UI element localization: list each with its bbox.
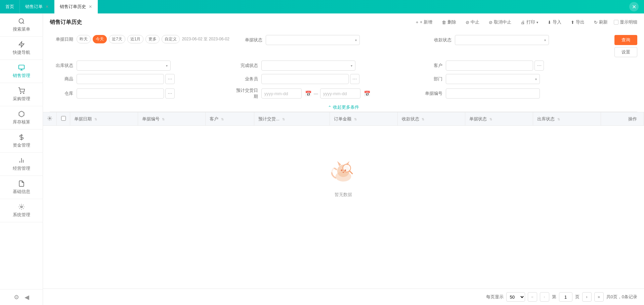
window-close-button[interactable]: ✕ <box>629 2 639 11</box>
svg-rect-3 <box>18 65 24 69</box>
sidebar-item-purchase-mgmt[interactable]: 采购管理 <box>0 83 43 106</box>
prev-page-button[interactable]: ‹ <box>540 292 549 302</box>
tab-sales-order[interactable]: 销售订单 ✕ <box>20 0 54 13</box>
department-select[interactable]: ▾ <box>446 74 540 84</box>
svg-point-21 <box>345 169 346 171</box>
basic-info-icon <box>18 180 25 187</box>
svg-point-6 <box>20 93 21 94</box>
empty-text: 暂无数据 <box>335 192 352 198</box>
svg-point-12 <box>20 206 22 208</box>
col-number[interactable]: 单据编号 ⇅ <box>138 112 206 126</box>
sidebar-item-fund-mgmt[interactable]: 资金管理 <box>0 129 43 153</box>
sidebar-item-search-menu[interactable]: 搜索菜单 <box>0 13 43 37</box>
sidebar-item-system-mgmt[interactable]: 系统管理 <box>0 199 43 222</box>
col-date[interactable]: 单据日期 ⇅ <box>70 112 138 126</box>
tab-home[interactable]: 首页 <box>0 0 20 13</box>
delete-button[interactable]: 🗑 删除 <box>438 17 460 27</box>
sidebar-item-inventory[interactable]: 库存核算 <box>0 106 43 129</box>
expected-delivery-start[interactable]: yyyy-mm-dd <box>261 88 302 99</box>
salesperson-input[interactable] <box>261 74 349 84</box>
set-button[interactable]: 设置 <box>614 47 637 57</box>
last-page-button[interactable]: » <box>594 292 604 302</box>
department-arrow: ▾ <box>535 77 537 81</box>
receipt-status-select[interactable]: ▾ <box>455 35 549 45</box>
sidebar-item-sales-mgmt[interactable]: 销售管理 <box>0 60 43 83</box>
close-sales-order-history-tab[interactable]: ✕ <box>89 4 92 9</box>
customer-input[interactable] <box>446 61 533 71</box>
warehouse-label: 仓库 <box>50 90 77 97</box>
date-1month-btn[interactable]: 近1月 <box>127 35 144 43</box>
display-detail-checkbox[interactable] <box>614 20 618 25</box>
cancel-stop-button[interactable]: ⊘ 取消中止 <box>485 17 515 27</box>
operations-icon <box>18 157 25 164</box>
svg-point-20 <box>341 169 343 171</box>
goods-input[interactable] <box>77 74 164 84</box>
stop-button[interactable]: ⊘ 中止 <box>462 17 483 27</box>
col-doc-status[interactable]: 单据状态 ⇅ <box>465 112 533 126</box>
query-button[interactable]: 查询 <box>614 35 637 45</box>
col-expected-delivery[interactable]: 预计交货... ⇅ <box>254 112 330 126</box>
print-button[interactable]: 🖨 打印 ▾ <box>517 17 542 27</box>
select-all-checkbox[interactable] <box>61 116 66 121</box>
date-7days-btn[interactable]: 近7天 <box>109 35 125 43</box>
goods-dots-btn[interactable]: ··· <box>165 74 175 84</box>
salesperson-dots-btn[interactable]: ··· <box>350 74 359 84</box>
import-icon: ⬇ <box>548 20 551 25</box>
export-icon: ⬆ <box>571 20 574 25</box>
toolbar: ＋ + 新增 🗑 删除 ⊘ 中止 ⊘ 取消中止 <box>412 17 637 27</box>
sidebar-item-basic-info[interactable]: 基础信息 <box>0 176 43 199</box>
col-checkbox[interactable] <box>57 112 70 126</box>
doc-number-input[interactable] <box>446 88 540 99</box>
warehouse-dots-btn[interactable]: ··· <box>165 88 175 99</box>
page-number-input[interactable] <box>559 292 572 302</box>
warehouse-input[interactable] <box>77 88 164 99</box>
export-button[interactable]: ⬆ 导出 <box>567 17 588 27</box>
sidebar-settings-icon[interactable]: ⚙ <box>14 294 19 301</box>
date-today-btn[interactable]: 今天 <box>93 35 107 43</box>
display-detail-checkbox-label[interactable]: 显示明细 <box>614 19 637 25</box>
sidebar-collapse-icon[interactable]: ◀ <box>25 294 29 301</box>
status-select[interactable]: ▾ <box>266 35 360 45</box>
tab-sales-order-history[interactable]: 销售订单历史 ✕ <box>54 0 98 13</box>
close-sales-order-tab[interactable]: ✕ <box>45 4 49 9</box>
expected-delivery-date-group: yyyy-mm-dd 📅 — yyyy-mm-dd 📅 <box>261 88 371 99</box>
svg-point-13 <box>49 118 50 119</box>
outbound-status-label: 出库状态 <box>50 63 77 69</box>
refresh-button[interactable]: ↻ 刷新 <box>591 17 611 27</box>
date-custom-btn[interactable]: 自定义 <box>162 35 180 43</box>
goods-label: 商品 <box>50 76 77 82</box>
complete-status-label: 完成状态 <box>234 63 261 69</box>
svg-point-0 <box>19 19 23 23</box>
customer-dots-btn[interactable]: ··· <box>534 61 544 71</box>
col-settings[interactable] <box>43 112 57 126</box>
status-select-arrow: ▾ <box>355 38 357 42</box>
page-label: 第 <box>552 294 556 300</box>
new-button[interactable]: ＋ + 新增 <box>412 17 436 27</box>
quick-nav-icon <box>18 41 25 48</box>
outbound-status-select[interactable]: ▾ <box>77 61 171 71</box>
total-text: 共0页，0条记录 <box>606 294 637 300</box>
first-page-button[interactable]: « <box>528 292 537 302</box>
sidebar-item-quick-nav[interactable]: 快捷导航 <box>0 37 43 60</box>
collapse-button[interactable]: ⌃ 收起更多条件 <box>50 103 637 112</box>
refresh-icon: ↻ <box>594 20 598 25</box>
date-yesterday-btn[interactable]: 昨天 <box>77 35 91 43</box>
date-filter-label: 单据日期 <box>50 36 77 42</box>
col-receipt-status[interactable]: 收款状态 ⇅ <box>397 112 465 126</box>
next-page-button[interactable]: › <box>582 292 592 302</box>
col-outbound-status[interactable]: 出库状态 ⇅ <box>533 112 601 126</box>
table-area: 单据日期 ⇅ 单据编号 ⇅ 客户 ⇅ 预计交货... <box>43 112 644 289</box>
top-bar: 首页 销售订单 ✕ 销售订单历史 ✕ ✕ <box>0 0 644 13</box>
doc-status-sort-icon: ⇅ <box>489 117 492 121</box>
complete-status-select[interactable]: ▾ <box>261 61 355 71</box>
expected-delivery-end[interactable]: yyyy-mm-dd <box>320 88 360 99</box>
sidebar-item-operations[interactable]: 经营管理 <box>0 153 43 176</box>
sales-mgmt-icon <box>18 64 25 71</box>
date-more-btn[interactable]: 更多 <box>145 35 160 43</box>
col-order-amount[interactable]: 订单金额 ⇅ <box>330 112 398 126</box>
page-suffix: 页 <box>575 294 579 300</box>
per-page-select[interactable]: 50 10 20 100 <box>506 292 525 302</box>
import-button[interactable]: ⬇ 导入 <box>544 17 565 27</box>
col-customer[interactable]: 客户 ⇅ <box>206 112 254 126</box>
outbound-status-arrow: ▾ <box>166 64 168 68</box>
